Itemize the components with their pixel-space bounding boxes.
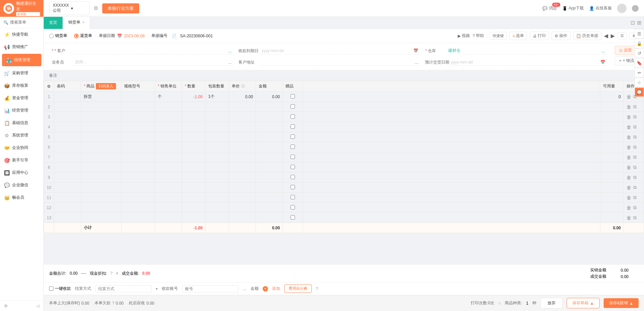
row-product[interactable]	[81, 162, 121, 172]
row-qty[interactable]: -1.00	[182, 92, 205, 102]
sidebar-item-operations[interactable]: 📊 经营管理	[0, 104, 43, 117]
row-pkg[interactable]	[205, 122, 229, 132]
row-spec[interactable]	[121, 203, 155, 213]
row-spec[interactable]	[121, 183, 155, 193]
help-link[interactable]: ? 帮助	[472, 33, 484, 39]
row-barcode[interactable]	[54, 142, 81, 152]
row-barcode[interactable]	[54, 122, 81, 132]
row-qty[interactable]	[182, 172, 205, 183]
sidebar-item-enterprise[interactable]: 🤝 企业协同	[0, 142, 43, 154]
gift-checkbox[interactable]	[291, 215, 295, 220]
row-pkg[interactable]	[205, 172, 229, 183]
trial-button[interactable]: 体验行业方案	[102, 3, 139, 13]
row-product[interactable]	[81, 112, 121, 122]
salesperson-input[interactable]: 选择... ...	[74, 59, 233, 66]
gift-checkbox[interactable]	[291, 205, 295, 209]
delete-icon[interactable]: 🗑	[627, 134, 631, 140]
row-amount[interactable]	[256, 183, 283, 193]
shortcut-btn[interactable]: 快捷键	[490, 32, 507, 40]
list-view-btn[interactable]: ☰	[617, 32, 627, 39]
row-gift[interactable]	[283, 172, 303, 183]
one-click-payment[interactable]: 一键收款	[49, 286, 71, 291]
warehouse-ellipsis[interactable]: ...	[601, 48, 605, 53]
sidebar-item-marketing[interactable]: 📢 营销推广	[0, 41, 43, 53]
copy-icon[interactable]: ⧉	[633, 104, 637, 110]
delete-icon[interactable]: 🗑	[627, 185, 631, 190]
expected-delivery-input[interactable]: yyyy-mm-dd 📅	[449, 59, 606, 66]
row-product[interactable]	[81, 183, 121, 193]
sidebar-collapse-icon[interactable]: ◁	[36, 304, 39, 308]
row-product[interactable]	[81, 152, 121, 162]
row-barcode[interactable]	[54, 152, 81, 162]
customer-addr-input[interactable]: ...	[260, 59, 420, 66]
tab-expand-icon[interactable]: ⊡	[631, 20, 635, 26]
row-spec[interactable]	[121, 132, 155, 142]
row-gift[interactable]	[283, 112, 303, 122]
row-pkg[interactable]	[205, 213, 229, 223]
row-price[interactable]	[229, 102, 256, 112]
row-pkg[interactable]: 1个	[205, 92, 229, 102]
right-panel-refresh-icon[interactable]: ↺	[635, 48, 644, 58]
row-amount[interactable]	[256, 162, 283, 172]
row-barcode[interactable]	[54, 132, 81, 142]
row-pkg[interactable]	[205, 112, 229, 122]
gift-checkbox[interactable]	[291, 195, 295, 199]
row-spec[interactable]	[121, 112, 155, 122]
copy-icon[interactable]: ⧉	[633, 134, 637, 140]
row-unit[interactable]	[155, 122, 182, 132]
row-price[interactable]	[229, 172, 256, 183]
row-price[interactable]	[229, 122, 256, 132]
row-amount[interactable]	[256, 102, 283, 112]
sidebar-item-apps[interactable]: 🔲 应用中心	[0, 166, 43, 179]
row-spec[interactable]	[121, 142, 155, 152]
settlement-method-input[interactable]	[95, 285, 152, 293]
col-settings[interactable]: ⚙	[44, 81, 54, 92]
tab-sales-order[interactable]: 销货单 ×	[63, 17, 90, 29]
note-input[interactable]	[63, 72, 639, 79]
row-amount[interactable]	[256, 122, 283, 132]
row-unit[interactable]: 个	[155, 92, 182, 102]
sidebar-item-inventory[interactable]: 📦 库存核算	[0, 79, 43, 92]
salesperson-ellipsis[interactable]: ...	[228, 60, 232, 65]
copy-icon[interactable]: ⧉	[633, 185, 637, 190]
row-price[interactable]	[229, 132, 256, 142]
company-selector[interactable]: XXXXXX公司 ▾	[49, 1, 89, 15]
delete-icon[interactable]: 🗑	[627, 94, 631, 100]
copy-icon[interactable]: ⧉	[633, 124, 637, 130]
row-amount[interactable]	[256, 142, 283, 152]
row-product[interactable]	[81, 193, 121, 203]
gift-checkbox[interactable]	[291, 104, 295, 109]
row-pkg[interactable]	[205, 102, 229, 112]
right-panel-edit-icon[interactable]: ✏	[635, 68, 644, 77]
settlement-dropdown-icon[interactable]: ▾	[156, 286, 158, 291]
gift-checkbox[interactable]	[291, 185, 295, 189]
row-unit[interactable]	[155, 213, 182, 223]
customer-ellipsis[interactable]: ...	[228, 48, 232, 53]
row-barcode[interactable]	[54, 193, 81, 203]
row-gift[interactable]	[283, 213, 303, 223]
sidebar-item-finance[interactable]: 💰 资金管理	[0, 92, 43, 104]
save-new-button[interactable]: 保存&新增 ▲	[604, 298, 639, 308]
user-avatar[interactable]	[617, 4, 627, 13]
right-panel-lock-icon[interactable]: 🔒	[635, 39, 644, 48]
delete-icon[interactable]: 🗑	[627, 155, 631, 160]
settings-icon[interactable]: ⚙	[93, 5, 98, 11]
row-unit[interactable]	[155, 203, 182, 213]
video-link[interactable]: ▶ 视频	[458, 33, 470, 39]
row-spec[interactable]	[121, 162, 155, 172]
row-price[interactable]: 0.00	[229, 92, 256, 102]
right-panel-star-icon[interactable]: ☆	[635, 78, 644, 87]
row-product[interactable]	[81, 122, 121, 132]
gift-checkbox[interactable]	[291, 114, 295, 119]
row-product[interactable]	[81, 142, 121, 152]
row-amount[interactable]	[256, 213, 283, 223]
row-pkg[interactable]	[205, 132, 229, 142]
row-gift[interactable]	[283, 102, 303, 112]
copy-icon[interactable]: ⧉	[633, 114, 637, 120]
sidebar-item-wechat[interactable]: 💬 企业微信	[0, 179, 43, 191]
operate-btn[interactable]: ⚙ 操作	[552, 32, 570, 40]
row-spec[interactable]	[121, 102, 155, 112]
row-qty[interactable]	[182, 213, 205, 223]
row-price[interactable]	[229, 183, 256, 193]
delete-icon[interactable]: 🗑	[627, 104, 631, 110]
